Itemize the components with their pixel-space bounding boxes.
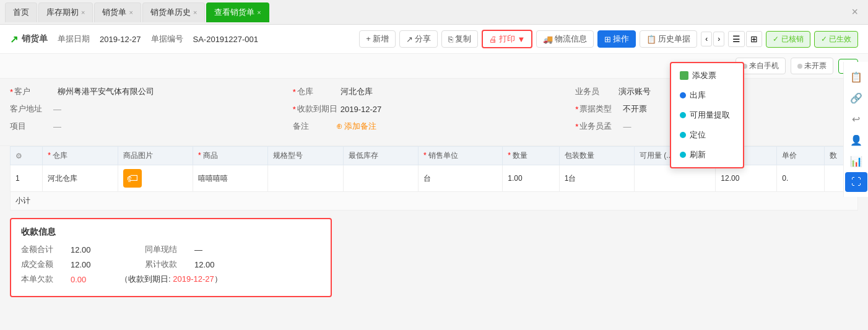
right-sidebar: 📋 🔗 ↩ 👤 📊 ⛶ <box>843 62 868 197</box>
global-close-button[interactable]: × <box>846 6 863 19</box>
row-available <box>635 165 716 192</box>
payment-date-label: 收款到期日 <box>297 103 341 115</box>
project-value: — <box>53 122 61 131</box>
tab-sales-history-close[interactable]: × <box>193 9 197 16</box>
col-warehouse: * 仓库 <box>43 147 118 165</box>
tab-sales-history[interactable]: 销货单历史 × <box>142 2 205 22</box>
effective-status: ✓ 已生效 <box>814 31 858 48</box>
tab-inventory-close[interactable]: × <box>81 9 85 16</box>
salesperson2-label: 业务员孟 <box>579 121 623 132</box>
address-label: 客户地址 <box>10 103 53 115</box>
add-remark-button[interactable]: ⊕ 添加备注 <box>336 121 377 132</box>
tab-sales-history-label: 销货单历史 <box>150 7 191 18</box>
number-label: 单据编号 <box>151 33 183 45</box>
payment-date-required: * <box>293 105 296 114</box>
grid-view-button[interactable]: ⊞ <box>746 31 762 47</box>
project-label: 项目 <box>10 121 53 132</box>
payment-row-3: 本单欠款 0.00 （收款到期日: 2019-12-27） <box>21 274 321 285</box>
sidebar-icon-5[interactable]: 📊 <box>845 151 867 171</box>
tab-view-sales-close[interactable]: × <box>257 9 261 16</box>
row-spec <box>268 165 343 192</box>
date-value: 2019-12-27 <box>100 35 141 44</box>
amount-label: 金额合计 <box>21 244 71 255</box>
next-page-button[interactable]: › <box>713 32 724 46</box>
dropdown-add-invoice[interactable]: 添发票 <box>671 66 743 85</box>
print-button[interactable]: 🖨 打印 ▼ <box>482 30 532 48</box>
ticket-type-required: * <box>575 105 578 114</box>
payment-title: 收款信息 <box>21 227 321 238</box>
payment-row-1: 金额合计 12.00 同单现结 — <box>21 244 321 255</box>
tab-inventory[interactable]: 库存期初 × <box>38 2 93 22</box>
same-order-label: 同单现结 <box>145 244 194 255</box>
sidebar-icon-6[interactable]: ⛶ <box>845 172 867 192</box>
locate-label: 定位 <box>690 129 706 141</box>
dropdown-outbound[interactable]: 出库 <box>671 85 743 105</box>
balance-value: 0.00 <box>71 275 120 284</box>
row-warehouse: 河北仓库 <box>43 165 118 192</box>
address-value: — <box>53 105 61 114</box>
new-button[interactable]: + 新增 <box>359 30 396 48</box>
print-dropdown-icon: ▼ <box>517 35 525 44</box>
col-price: 单价 <box>777 147 825 165</box>
add-remark-label: 添加备注 <box>344 121 376 131</box>
print-icon: 🖨 <box>489 35 497 44</box>
copy-icon: ⎘ <box>448 35 453 44</box>
doc-type-icon: ↗ <box>10 33 18 45</box>
list-view-button[interactable]: ☰ <box>728 31 745 47</box>
payment-date-field: * 收款到期日 2019-12-27 <box>293 103 576 115</box>
row-index: 1 <box>11 165 43 192</box>
customer-field: * 客户 柳州粤港平安气体有限公司 <box>10 86 293 97</box>
same-order-value: — <box>194 245 202 254</box>
tab-sales[interactable]: 销货单 × <box>94 2 141 22</box>
doc-type-label: 销货单 <box>22 33 48 45</box>
operation-button[interactable]: ⊞ 操作 <box>597 30 636 48</box>
refresh-label: 刷新 <box>690 149 706 160</box>
dropdown-refresh[interactable]: 刷新 <box>671 145 743 165</box>
dropdown-available-qty[interactable]: 可用量提取 <box>671 105 743 125</box>
customer-value: 柳州粤港平安气体有限公司 <box>58 86 154 97</box>
sidebar-icon-1[interactable]: 📋 <box>845 67 867 87</box>
prev-page-button[interactable]: ‹ <box>701 32 712 46</box>
logistics-button[interactable]: 🚚 物流信息 <box>536 30 594 48</box>
sidebar-icon-4[interactable]: 👤 <box>845 130 867 150</box>
tab-view-sales[interactable]: 查看销货单 × <box>206 2 269 22</box>
warehouse-required: * <box>293 87 296 97</box>
tab-sales-close[interactable]: × <box>129 9 132 16</box>
remark-field: 备注 ⊕ 添加备注 <box>293 121 576 132</box>
not-open-button[interactable]: 未开票 <box>791 58 833 74</box>
col-image: 商品图片 <box>118 147 193 165</box>
doc-meta: 单据日期 2019-12-27 单据编号 SA-20191227-001 <box>58 33 258 45</box>
col-product: * 商品 <box>193 147 267 165</box>
row-product: 嘻嘻嘻嘻 <box>193 165 267 192</box>
salesperson-label: 业务员 <box>575 86 618 97</box>
tab-home[interactable]: 首页 <box>5 2 37 22</box>
payment-date-value: 2019-12-27 <box>341 105 382 114</box>
col-spec: 规格型号 <box>268 147 343 165</box>
operation-icon: ⊞ <box>604 35 611 44</box>
balance-label: 本单欠款 <box>21 274 71 285</box>
locate-icon <box>680 132 686 138</box>
col-gear[interactable]: ⚙ <box>11 147 43 165</box>
sidebar-icon-3[interactable]: ↩ <box>845 109 867 129</box>
available-qty-icon <box>680 112 686 118</box>
amount-value: 12.00 <box>71 245 120 254</box>
dropdown-locate[interactable]: 定位 <box>671 125 743 145</box>
from-phone-label: 来自手机 <box>749 61 779 71</box>
history-button[interactable]: 📋 历史单据 <box>640 30 697 48</box>
copy-button[interactable]: ⎘ 复制 <box>441 30 478 48</box>
share-button[interactable]: ↗ 分享 <box>399 30 438 48</box>
logistics-icon: 🚚 <box>543 35 553 44</box>
doc-title: ↗ 销货单 <box>10 33 48 45</box>
gear-icon[interactable]: ⚙ <box>15 152 22 160</box>
col-pack-qty: 包装数量 <box>559 147 634 165</box>
add-invoice-icon <box>680 71 688 80</box>
sidebar-icon-2[interactable]: 🔗 <box>845 88 867 108</box>
tab-sales-label: 销货单 <box>102 7 126 18</box>
operation-dropdown: 添发票 出库 可用量提取 定位 刷新 <box>670 62 744 168</box>
col-min-stock: 最低库存 <box>343 147 418 165</box>
address-field: 客户地址 — <box>10 103 293 115</box>
warehouse-value: 河北仓库 <box>341 86 373 97</box>
remark-label: 备注 <box>293 121 336 132</box>
tab-bar: 首页 库存期初 × 销货单 × 销货单历史 × 查看销货单 × × <box>0 0 868 25</box>
salesperson2-required: * <box>575 122 578 131</box>
